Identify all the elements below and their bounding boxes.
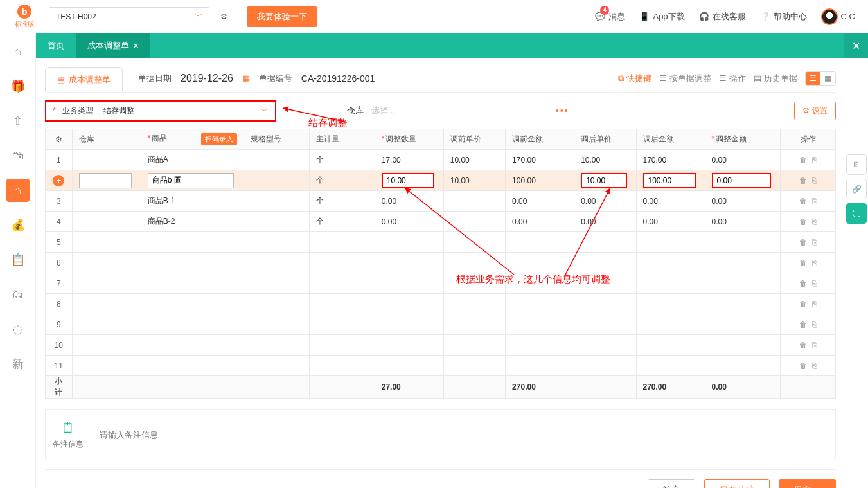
org-name: TEST-H002: [56, 12, 96, 21]
messages-label: 消息: [608, 11, 625, 23]
help-label: 帮助中心: [774, 11, 807, 23]
gear-icon[interactable]: ⚙: [216, 9, 231, 24]
message-badge: 4: [600, 6, 609, 15]
header-right: 💬 4 消息 📱 App下载 🎧 在线客服 ❔ 帮助中心 C C: [595, 8, 855, 25]
app-download-link[interactable]: 📱 App下载: [639, 11, 684, 23]
cs-label: 在线客服: [713, 11, 746, 23]
org-selector[interactable]: TEST-H002 ﹀: [49, 7, 209, 26]
phone-icon: 📱: [639, 12, 650, 21]
app-label: App下载: [653, 11, 684, 23]
top-header: b 标准版 TEST-H002 ﹀ ⚙ 我要体验一下 💬 4 消息 📱 App下…: [0, 0, 868, 33]
logo-icon: b: [17, 5, 31, 19]
online-cs-link[interactable]: 🎧 在线客服: [699, 11, 746, 23]
chevron-down-icon: ﹀: [195, 11, 202, 22]
messages-link[interactable]: 💬 4 消息: [595, 11, 625, 23]
help-icon: ❔: [760, 12, 770, 21]
user-menu[interactable]: C C: [821, 8, 855, 25]
user-name: C C: [841, 12, 855, 21]
logo-label: 标准版: [15, 20, 34, 29]
headset-icon: 🎧: [699, 12, 709, 21]
avatar: [821, 8, 838, 25]
logo[interactable]: b 标准版: [13, 5, 36, 29]
help-center-link[interactable]: ❔ 帮助中心: [760, 11, 807, 23]
trial-button[interactable]: 我要体验一下: [247, 6, 317, 27]
